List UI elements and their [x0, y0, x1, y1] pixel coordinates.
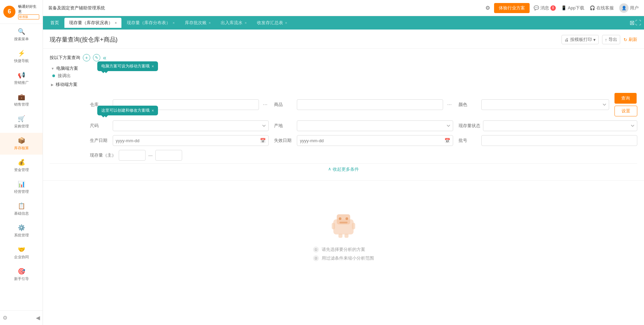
sidebar-item-sales[interactable]: 💼 销售管理	[0, 89, 43, 111]
color-select[interactable]	[481, 99, 609, 110]
color-label: 颜色	[459, 102, 479, 108]
sidebar-item-guide[interactable]: 🎯 新手引导	[0, 264, 43, 285]
tab-inventory-status[interactable]: 现存量（库存状况表） ×	[64, 18, 121, 28]
tab-recv-summary[interactable]: 收发存汇总表 ×	[252, 18, 292, 28]
produce-date-start[interactable]	[116, 138, 259, 143]
sidebar: 6 畅通好好生意 标准版 🔍 搜索菜单 ⚡ 快捷导航 📢 营销推广 💼 销售管理…	[0, 0, 43, 325]
sidebar-item-operation[interactable]: 📊 经营管理	[0, 176, 43, 198]
size-select[interactable]	[113, 120, 269, 131]
sidebar-icon-sales: 💼	[18, 93, 25, 101]
tab-inventory-dist-close[interactable]: ×	[172, 21, 174, 25]
expire-date-calendar-icon[interactable]: 📅	[444, 138, 450, 143]
mobile-scheme-label[interactable]: 移动端方案	[56, 82, 77, 88]
stock-qty-end[interactable]	[155, 150, 182, 161]
export-btn[interactable]: ↑ 导出	[602, 35, 621, 44]
main-area: 装备及固定资产辅助管理系统 ⚙ 体验行业方案 💬 消息 8 📱 App下载 🎧 …	[43, 0, 644, 325]
tooltip2-close[interactable]: ×	[152, 108, 154, 113]
filter-color: 颜色 查询 设置	[459, 93, 637, 116]
sidebar-item-inventory[interactable]: 📦 库存核算	[0, 133, 43, 155]
collapse-row[interactable]: ∧ 收起更多条件	[50, 163, 637, 175]
tab-fullscreen-btn[interactable]: ⛶	[635, 19, 641, 26]
origin-select[interactable]	[297, 120, 453, 131]
tab-home[interactable]: 首页	[46, 18, 64, 28]
sidebar-item-finance[interactable]: 💰 资金管理	[0, 155, 43, 176]
sidebar-item-quick[interactable]: ⚡ 快捷导航	[0, 46, 43, 67]
tab-batch-account[interactable]: 库存批次账 ×	[180, 18, 215, 28]
filter-size: 尺码	[90, 120, 269, 131]
refresh-icon: ↻	[624, 37, 627, 42]
scheme-tooltip2: 这里可以创建和修改方案哦 ×	[97, 106, 158, 115]
batch-no-input[interactable]	[481, 135, 637, 146]
search-btn[interactable]: 查询	[614, 93, 637, 104]
sidebar-label-quick: 快捷导航	[14, 58, 29, 63]
svg-rect-6	[352, 223, 355, 229]
sidebar-icon-basic: 📋	[18, 202, 25, 210]
desktop-scheme-label[interactable]: 电脑端方案	[56, 65, 78, 71]
sidebar-label-marketing: 营销推广	[14, 80, 29, 85]
tab-inventory-status-label: 现存量（库存状况表）	[69, 20, 113, 26]
filter-goods: 商品 ···	[274, 93, 453, 116]
online-support-btn[interactable]: 🎧 在线客服	[590, 5, 614, 11]
filter-edit-btn[interactable]: ✎	[93, 54, 100, 61]
tab-inout-flow[interactable]: 出入库流水 ×	[216, 18, 251, 28]
trial-button[interactable]: 体验行业方案	[494, 3, 530, 13]
user-avatar-btn[interactable]: 👤 用户	[619, 3, 639, 13]
desktop-arrow[interactable]: ▼	[51, 67, 54, 70]
expire-date-start-wrap: 📅	[297, 135, 453, 146]
filter-add-btn[interactable]: +	[83, 54, 90, 61]
empty-illustration	[327, 208, 360, 241]
mobile-arrow[interactable]: ▶	[51, 83, 54, 87]
tooltip1-close[interactable]: ×	[152, 64, 154, 69]
goods-dots[interactable]: ···	[446, 102, 453, 108]
sidebar-item-purchase[interactable]: 🛒 采购管理	[0, 111, 43, 133]
desktop-child-label[interactable]: 接调出	[58, 73, 71, 79]
stock-qty-start[interactable]	[119, 150, 146, 161]
warehouse-dots[interactable]: ···	[262, 102, 269, 108]
filter-expire-date: 失效日期 📅	[274, 135, 453, 146]
message-label: 消息	[540, 5, 549, 11]
sidebar-icon-guide: 🎯	[18, 268, 25, 275]
sidebar-item-basic[interactable]: 📋 基础信息	[0, 198, 43, 220]
goods-input[interactable]	[297, 99, 443, 110]
tab-inout-flow-label: 出入库流水	[221, 20, 243, 26]
sidebar-bottom: ⚙ ◀	[0, 310, 43, 325]
topbar-settings-icon[interactable]: ⚙	[485, 5, 490, 11]
sidebar-icon-purchase: 🛒	[18, 115, 25, 122]
desktop-scheme-child: 接调出	[50, 73, 90, 79]
sidebar-item-search[interactable]: 🔍 搜索菜单	[0, 24, 43, 46]
filter-stock-qty: 现存量（主） —	[90, 150, 269, 161]
scheme-tooltip1: 电脑方案可设为移动方案哦 ×	[97, 61, 158, 71]
filter-origin: 产地	[274, 120, 453, 131]
filter-back-btn[interactable]: «	[103, 54, 106, 61]
collapse-up-icon: ∧	[328, 166, 331, 172]
sidebar-item-system[interactable]: ⚙️ 系统管理	[0, 220, 43, 242]
expire-date-start[interactable]	[300, 138, 443, 143]
online-support-label: 在线客服	[596, 5, 614, 11]
tooltip1-text: 电脑方案可设为移动方案哦	[101, 63, 150, 69]
filter-grid: 仓库 ··· 商品 ··· 颜色 查询 设置	[50, 93, 637, 161]
tab-inventory-dist[interactable]: 现存量（库存分布表） ×	[122, 18, 179, 28]
tab-inout-flow-close[interactable]: ×	[245, 21, 247, 25]
app-download-btn[interactable]: 📱 App下载	[561, 5, 584, 11]
sidebar-item-marketing[interactable]: 📢 营销推广	[0, 67, 43, 89]
reset-btn[interactable]: 设置	[614, 106, 637, 116]
tab-recv-summary-label: 收发存汇总表	[257, 20, 283, 26]
sidebar-item-enterprise[interactable]: 🤝 企业协同	[0, 242, 43, 264]
topbar: 装备及固定资产辅助管理系统 ⚙ 体验行业方案 💬 消息 8 📱 App下载 🎧 …	[43, 0, 644, 16]
sidebar-icon-inventory: 📦	[18, 137, 25, 144]
app-download-label: App下载	[568, 5, 584, 11]
message-btn[interactable]: 💬 消息 8	[534, 5, 556, 11]
content-inner: 现存量查询(按仓库+商品) 🖨 按模板打印 ▾ ↑ 导出 ↻ 刷新	[43, 30, 644, 325]
settings-bottom-icon[interactable]: ⚙	[3, 315, 7, 321]
sidebar-menu: 🔍 搜索菜单 ⚡ 快捷导航 📢 营销推广 💼 销售管理 🛒 采购管理 📦 库存核…	[0, 24, 43, 310]
stock-status-select[interactable]	[483, 120, 637, 131]
produce-date-calendar-icon[interactable]: 📅	[260, 138, 266, 143]
collapse-sidebar-icon[interactable]: ◀	[36, 315, 40, 321]
refresh-btn[interactable]: ↻ 刷新	[624, 37, 637, 43]
tab-inventory-status-close[interactable]: ×	[115, 21, 117, 25]
tab-batch-account-close[interactable]: ×	[209, 21, 211, 25]
export-icon: ↑	[605, 37, 607, 42]
tab-expand-btn[interactable]: ⊠	[630, 19, 635, 26]
tab-recv-summary-close[interactable]: ×	[285, 21, 287, 25]
print-btn[interactable]: 🖨 按模板打印 ▾	[561, 35, 599, 44]
